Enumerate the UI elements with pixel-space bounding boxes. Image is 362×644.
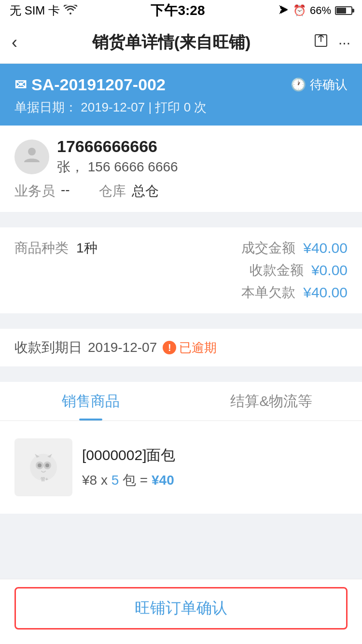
divider-3 bbox=[0, 374, 362, 382]
category-value: 1种 bbox=[76, 239, 97, 257]
salesperson-value: -- bbox=[61, 182, 70, 200]
back-button[interactable]: ‹ bbox=[12, 32, 41, 53]
product-section: 管+ [0000002]面包 ¥8 x 5 包 = ¥40 bbox=[0, 421, 362, 514]
clock-icon: 🕐 bbox=[291, 77, 306, 92]
customer-name: 张， 156 6666 6666 bbox=[57, 158, 178, 176]
customer-details: 业务员 -- 仓库 总仓 bbox=[14, 182, 348, 200]
product-info: [0000002]面包 ¥8 x 5 包 = ¥40 bbox=[82, 446, 348, 490]
warehouse-label: 仓库 bbox=[99, 182, 126, 200]
price-text: ¥8 bbox=[82, 473, 97, 488]
print-unit: 次 bbox=[194, 100, 207, 114]
customer-section: 17666666666 张， 156 6666 6666 业务员 -- 仓库 总… bbox=[0, 126, 362, 212]
order-status-badge: 🕐 待确认 bbox=[291, 76, 348, 93]
salesperson-detail: 业务员 -- bbox=[14, 182, 70, 200]
product-price: ¥8 x 5 包 = ¥40 bbox=[82, 471, 348, 490]
status-text: 待确认 bbox=[310, 76, 348, 93]
person-icon bbox=[22, 145, 42, 168]
order-number-text: SA-20191207-002 bbox=[31, 75, 166, 94]
owed-label: 本单欠款 bbox=[241, 283, 295, 302]
bottom-bar: 旺铺订单确认 bbox=[0, 579, 362, 644]
status-bar: 无 SIM 卡 下午3:28 ⮞ ⏰ 66% bbox=[0, 0, 362, 21]
order-header: ✉ SA-20191207-002 🕐 待确认 单据日期： 2019-12-07… bbox=[0, 64, 362, 126]
summary-section: 商品种类 1种 成交金额 ¥40.00 收款金额 ¥0.00 本单欠款 ¥40.… bbox=[0, 227, 362, 313]
nav-bar: ‹ 销货单详情(来自旺铺) ··· bbox=[0, 21, 362, 64]
qty-value: 5 bbox=[111, 473, 119, 488]
received-row: 收款金额 ¥0.00 bbox=[250, 261, 348, 280]
page-title: 销货单详情(来自旺铺) bbox=[41, 31, 302, 54]
unit-text: 包 bbox=[123, 473, 136, 488]
total-value: ¥40 bbox=[152, 473, 174, 488]
amount-value: ¥40.00 bbox=[303, 240, 348, 256]
due-date-label: 收款到期日 bbox=[14, 338, 82, 357]
received-value: ¥0.00 bbox=[311, 262, 348, 279]
overdue-warning-icon: ! bbox=[163, 341, 176, 354]
avatar bbox=[14, 140, 49, 174]
received-label: 收款金额 bbox=[250, 261, 304, 280]
confirm-order-button[interactable]: 旺铺订单确认 bbox=[14, 587, 348, 630]
owed-row: 本单欠款 ¥40.00 bbox=[241, 283, 348, 302]
owed-value: ¥40.00 bbox=[303, 284, 348, 301]
product-item: 管+ [0000002]面包 ¥8 x 5 包 = ¥40 bbox=[14, 431, 348, 504]
warehouse-value: 总仓 bbox=[132, 182, 159, 200]
multiply-sign: x bbox=[101, 473, 111, 488]
location-icon: ⮞ bbox=[278, 4, 289, 17]
due-date-value: 2019-12-07 bbox=[88, 340, 157, 355]
nav-actions: ··· bbox=[302, 33, 350, 52]
email-icon: ✉ bbox=[14, 76, 27, 93]
summary-amounts: 成交金额 ¥40.00 收款金额 ¥0.00 本单欠款 ¥40.00 bbox=[241, 239, 348, 302]
more-icon[interactable]: ··· bbox=[338, 34, 350, 51]
category-label: 商品种类 bbox=[14, 239, 69, 257]
product-name: [0000002]面包 bbox=[82, 446, 348, 465]
svg-point-6 bbox=[45, 463, 49, 467]
time-display: 下午3:28 bbox=[151, 1, 205, 20]
print-count: 0 bbox=[184, 100, 191, 114]
warehouse-detail: 仓库 总仓 bbox=[99, 182, 159, 200]
svg-point-5 bbox=[38, 463, 42, 467]
order-number: ✉ SA-20191207-002 bbox=[14, 75, 166, 94]
alarm-icon: ⏰ bbox=[293, 4, 306, 17]
order-date: 2019-12-07 bbox=[81, 100, 145, 114]
equals-sign: = bbox=[140, 473, 152, 488]
share-icon[interactable] bbox=[313, 33, 329, 52]
svg-point-1 bbox=[28, 148, 36, 155]
tab-bar: 销售商品 结算&物流等 bbox=[0, 382, 362, 421]
print-separator: | 打印 bbox=[148, 100, 183, 114]
tab-sales-label: 销售商品 bbox=[62, 392, 120, 411]
due-date-section: 收款到期日 2019-12-07 ! 已逾期 bbox=[0, 329, 362, 366]
tab-settlement[interactable]: 结算&物流等 bbox=[181, 382, 362, 420]
customer-phone: 17666666666 bbox=[57, 137, 178, 156]
wifi-icon bbox=[64, 4, 77, 17]
tab-settlement-label: 结算&物流等 bbox=[230, 392, 312, 411]
divider-1 bbox=[0, 220, 362, 227]
date-label: 单据日期： bbox=[14, 100, 77, 114]
status-right: ⮞ ⏰ 66% bbox=[278, 4, 352, 17]
amount-row: 成交金额 ¥40.00 bbox=[241, 239, 348, 257]
carrier-text: 无 SIM 卡 bbox=[10, 3, 60, 18]
amount-label: 成交金额 bbox=[241, 239, 295, 257]
product-thumbnail: 管+ bbox=[14, 438, 72, 496]
order-meta: 单据日期： 2019-12-07 | 打印 0 次 bbox=[14, 99, 348, 116]
tab-section: 销售商品 结算&物流等 bbox=[0, 382, 362, 421]
battery-icon bbox=[335, 6, 352, 15]
battery-percent: 66% bbox=[310, 4, 331, 17]
overdue-text: 已逾期 bbox=[179, 339, 217, 356]
divider-2 bbox=[0, 321, 362, 329]
tab-sales-products[interactable]: 销售商品 bbox=[0, 382, 181, 420]
svg-text:管+: 管+ bbox=[41, 476, 48, 482]
status-left: 无 SIM 卡 bbox=[10, 3, 77, 18]
overdue-badge: ! 已逾期 bbox=[163, 339, 217, 356]
customer-info: 17666666666 张， 156 6666 6666 bbox=[57, 137, 178, 176]
salesperson-label: 业务员 bbox=[14, 182, 55, 200]
